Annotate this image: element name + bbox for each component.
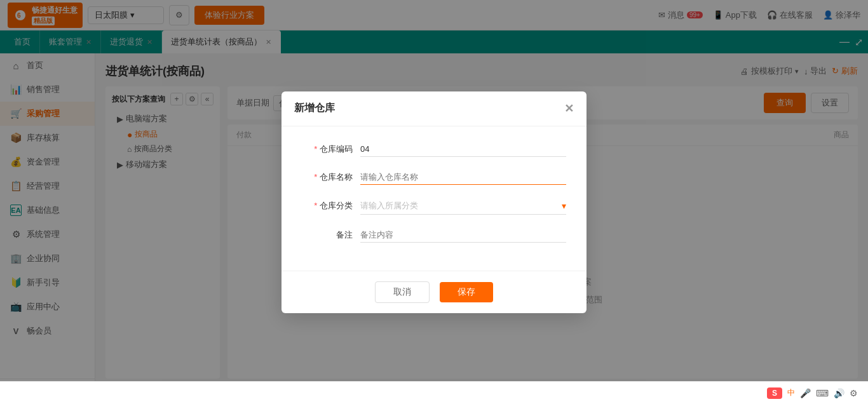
cancel-button[interactable]: 取消 [375, 281, 430, 303]
modal-header: 新增仓库 ✕ [281, 91, 587, 126]
code-label: * 仓库编码 [302, 144, 353, 155]
warehouse-name-input[interactable] [360, 170, 566, 185]
warehouse-code-input[interactable] [360, 142, 566, 157]
category-required-star: * [314, 201, 317, 210]
save-button[interactable]: 保存 [440, 282, 493, 302]
name-label-text: 仓库名称 [320, 172, 353, 182]
modal-overlay: 新增仓库 ✕ * 仓库编码 * 仓库名称 [0, 0, 868, 404]
form-row-note: 备注 [302, 227, 566, 243]
name-label: * 仓库名称 [302, 172, 353, 183]
settings-tray-icon[interactable]: ⚙ [850, 388, 858, 398]
category-arrow-icon: ▾ [562, 201, 566, 211]
form-row-name: * 仓库名称 [302, 170, 566, 185]
bottom-right-icons: S 中 🎤 ⌨ 🔊 ⚙ [767, 387, 858, 399]
keyboard-icon[interactable]: ⌨ [816, 388, 829, 398]
mic-icon[interactable]: 🎤 [800, 388, 811, 398]
modal-title: 新增仓库 [294, 102, 335, 115]
bottom-statusbar: S 中 🎤 ⌨ 🔊 ⚙ [0, 381, 868, 404]
modal-close-button[interactable]: ✕ [564, 102, 574, 116]
name-required-star: * [314, 172, 317, 182]
form-row-category: * 仓库分类 请输入所属分类 ▾ [302, 198, 566, 215]
category-select[interactable]: 请输入所属分类 ▾ [360, 198, 566, 215]
category-placeholder: 请输入所属分类 [360, 200, 418, 212]
note-label-text: 备注 [336, 230, 353, 239]
form-row-code: * 仓库编码 [302, 142, 566, 157]
modal-footer: 取消 保存 [281, 271, 587, 313]
note-label: 备注 [302, 229, 353, 241]
code-required-star: * [314, 144, 317, 154]
chinese-label: 中 [787, 387, 795, 398]
category-label-text: 仓库分类 [320, 201, 353, 210]
category-label: * 仓库分类 [302, 200, 353, 212]
code-label-text: 仓库编码 [320, 144, 353, 154]
modal-body: * 仓库编码 * 仓库名称 * 仓库分类 请输入所属 [281, 126, 587, 271]
note-input[interactable] [360, 227, 566, 243]
add-warehouse-modal: 新增仓库 ✕ * 仓库编码 * 仓库名称 [281, 91, 587, 313]
volume-icon[interactable]: 🔊 [834, 388, 844, 398]
sss-logo: S [767, 387, 782, 399]
